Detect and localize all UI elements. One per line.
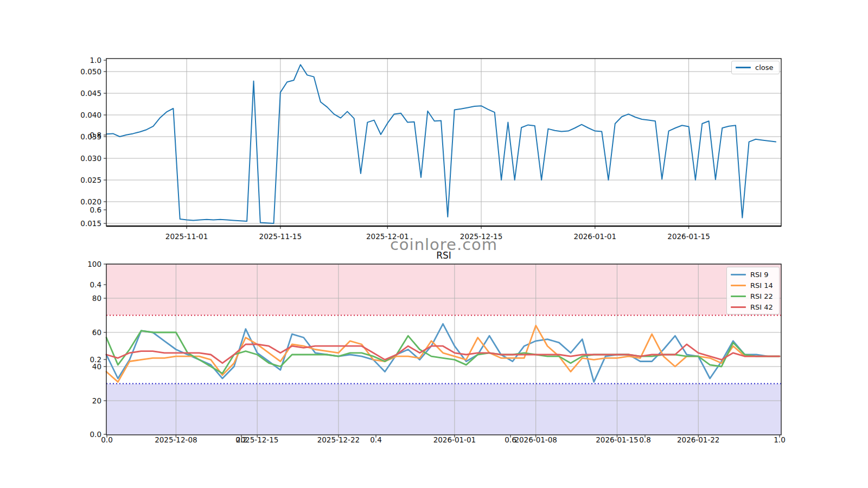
close-line-swatch bbox=[736, 67, 751, 68]
svg-text:0.4: 0.4 bbox=[90, 280, 101, 289]
price-legend: close bbox=[731, 61, 780, 74]
svg-text:2026-01-08: 2026-01-08 bbox=[514, 435, 557, 444]
legend-entry-rsi14: RSI 14 bbox=[731, 281, 775, 290]
svg-text:2025-11-01: 2025-11-01 bbox=[165, 232, 208, 241]
crypto-price-rsi-figure: 2025-11-012025-11-152025-12-012025-12-15… bbox=[0, 0, 868, 488]
svg-text:0.0: 0.0 bbox=[101, 435, 112, 444]
legend-entry-rsi22: RSI 22 bbox=[731, 292, 775, 300]
svg-text:0.040: 0.040 bbox=[80, 111, 101, 119]
rsi22-line-swatch bbox=[731, 296, 746, 297]
rsi9-line-swatch bbox=[731, 274, 746, 275]
svg-text:0.030: 0.030 bbox=[80, 154, 101, 163]
svg-text:2026-01-15: 2026-01-15 bbox=[667, 232, 710, 241]
svg-text:100: 100 bbox=[87, 260, 101, 268]
svg-text:2025-11-15: 2025-11-15 bbox=[259, 232, 302, 241]
legend-label-rsi14: RSI 14 bbox=[750, 281, 773, 290]
svg-text:1.0: 1.0 bbox=[90, 56, 101, 65]
svg-text:20: 20 bbox=[92, 396, 101, 405]
svg-text:0.8: 0.8 bbox=[90, 131, 101, 139]
svg-text:2026-01-01: 2026-01-01 bbox=[433, 435, 476, 444]
svg-text:0.015: 0.015 bbox=[80, 219, 101, 228]
svg-text:0.6: 0.6 bbox=[90, 206, 101, 214]
svg-text:0.025: 0.025 bbox=[80, 176, 101, 184]
legend-entry-rsi42: RSI 42 bbox=[731, 303, 775, 311]
svg-text:2026-01-22: 2026-01-22 bbox=[677, 435, 719, 444]
svg-text:0.2: 0.2 bbox=[235, 435, 247, 444]
svg-text:0.020: 0.020 bbox=[80, 197, 101, 206]
svg-text:1.0: 1.0 bbox=[774, 435, 785, 444]
svg-text:2025-12-22: 2025-12-22 bbox=[317, 435, 360, 444]
svg-text:0.050: 0.050 bbox=[80, 67, 101, 76]
legend-entry-rsi9: RSI 9 bbox=[731, 271, 775, 279]
legend-label-rsi42: RSI 42 bbox=[750, 303, 773, 311]
rsi42-line-swatch bbox=[731, 306, 746, 308]
legend-entry-close: close bbox=[736, 63, 775, 72]
svg-text:60: 60 bbox=[92, 328, 101, 337]
legend-label-close: close bbox=[755, 63, 773, 72]
svg-text:2025-12-08: 2025-12-08 bbox=[155, 435, 197, 444]
legend-label-rsi22: RSI 22 bbox=[750, 292, 773, 300]
rsi-legend: RSI 9 RSI 14 RSI 22 RSI 42 bbox=[726, 267, 780, 314]
svg-text:0.2: 0.2 bbox=[90, 355, 101, 364]
rsi14-line-swatch bbox=[731, 285, 746, 286]
svg-text:0.4: 0.4 bbox=[370, 435, 381, 444]
rsi-panel-title: RSI bbox=[335, 250, 552, 261]
legend-label-rsi9: RSI 9 bbox=[750, 271, 769, 279]
svg-text:0.045: 0.045 bbox=[80, 89, 101, 98]
svg-text:2026-01-15: 2026-01-15 bbox=[596, 435, 638, 444]
svg-text:80: 80 bbox=[92, 294, 101, 303]
svg-text:2026-01-01: 2026-01-01 bbox=[574, 232, 616, 241]
svg-text:0.0: 0.0 bbox=[90, 430, 101, 439]
svg-text:0.8: 0.8 bbox=[639, 435, 650, 444]
svg-text:0.6: 0.6 bbox=[505, 435, 516, 444]
